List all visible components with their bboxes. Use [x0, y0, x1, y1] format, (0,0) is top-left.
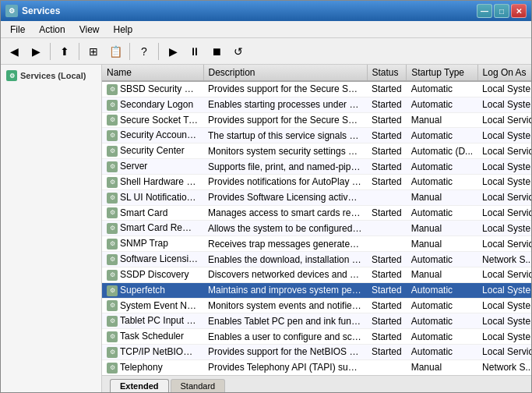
service-icon: ⚙ [107, 300, 118, 311]
toolbar-sep-2 [79, 43, 79, 60]
restart-button[interactable]: ↺ [228, 41, 248, 62]
cell-name: ⚙Security Center [102, 143, 203, 159]
table-row[interactable]: ⚙TelephonyProvides Telephony API (TAPI) … [102, 359, 531, 375]
cell-name: ⚙Server [102, 159, 203, 175]
cell-status: Started [367, 252, 407, 267]
table-row[interactable]: ⚙Secondary LogonEnables starting process… [102, 97, 531, 112]
toolbar-sep-3 [129, 43, 130, 60]
cell-name: ⚙SSDP Discovery [102, 267, 203, 282]
col-header-logon[interactable]: Log On As [477, 65, 531, 81]
cell-desc: Provides notifications for AutoPlay ha..… [203, 174, 367, 189]
cell-status: Started [367, 345, 407, 360]
export-button[interactable]: 📋 [105, 41, 125, 62]
service-icon: ⚙ [107, 146, 118, 157]
cell-status: Started [367, 174, 407, 189]
tab-extended[interactable]: Extended [110, 379, 169, 392]
col-header-name[interactable]: Name [102, 65, 203, 81]
menu-view[interactable]: View [73, 23, 106, 37]
cell-status: Started [367, 298, 407, 313]
cell-startup: Automatic [407, 298, 477, 313]
service-icon: ⚙ [107, 270, 118, 281]
col-header-startup[interactable]: Startup Type [407, 65, 477, 81]
cell-desc: Maintains and improves system perfo... [203, 282, 367, 298]
close-button[interactable]: ✕ [511, 4, 527, 18]
table-row[interactable]: ⚙Smart Card Remo...Allows the system to … [102, 221, 531, 236]
menu-file[interactable]: File [4, 23, 31, 37]
cell-startup: Automatic [407, 128, 477, 143]
cell-logon: Local Service [477, 236, 531, 252]
play-button[interactable]: ▶ [163, 41, 183, 62]
service-icon: ⚙ [107, 363, 118, 374]
show-hide-button[interactable]: ⊞ [83, 41, 104, 62]
cell-desc: Provides Software Licensing activatio... [203, 189, 367, 205]
cell-status: Started [367, 112, 407, 128]
table-row[interactable]: ⚙ServerSupports file, print, and named-p… [102, 159, 531, 175]
help-button[interactable]: ? [134, 41, 154, 62]
back-button[interactable]: ◀ [4, 41, 24, 62]
maximize-button[interactable]: □ [494, 4, 509, 18]
menu-help[interactable]: Help [107, 23, 139, 37]
cell-startup: Automatic [407, 313, 477, 329]
stop-button[interactable]: ⏹ [206, 41, 227, 62]
cell-name: ⚙Smart Card Remo... [102, 221, 203, 236]
cell-status: Started [367, 313, 407, 329]
service-icon: ⚙ [107, 331, 118, 342]
col-header-status[interactable]: Status [367, 65, 407, 81]
cell-status [367, 221, 407, 236]
cell-logon: Local Service [477, 189, 531, 205]
up-button[interactable]: ⬆ [55, 41, 75, 62]
table-row[interactable]: ⚙Software LicensingEnables the download,… [102, 252, 531, 267]
cell-name: ⚙System Event Notif... [102, 298, 203, 313]
cell-desc: Provides support for the NetBIOS ove... [203, 345, 367, 360]
title-bar: ⚙ Services — □ ✕ [1, 1, 531, 21]
table-row[interactable]: ⚙Task SchedulerEnables a user to configu… [102, 329, 531, 345]
service-icon: ⚙ [107, 223, 118, 234]
service-icon: ⚙ [107, 100, 118, 111]
cell-startup: Automatic [407, 329, 477, 345]
cell-startup: Manual [407, 359, 477, 375]
cell-logon: Local Service [477, 112, 531, 128]
toolbar-sep-4 [158, 43, 159, 60]
cell-status: Started [367, 267, 407, 282]
table-row[interactable]: ⚙SSDP DiscoveryDiscovers networked devic… [102, 267, 531, 282]
col-header-desc[interactable]: Description [203, 65, 367, 81]
cell-name: ⚙Superfetch [102, 282, 203, 298]
table-row[interactable]: ⚙Shell Hardware De...Provides notificati… [102, 174, 531, 189]
cell-desc: Provides Telephony API (TAPI) suppor... [203, 359, 367, 375]
table-row[interactable]: ⚙SBSD Security Cen...Provides support fo… [102, 81, 531, 97]
service-icon: ⚙ [107, 316, 118, 327]
service-icon: ⚙ [107, 84, 118, 95]
cell-logon: Local Service [477, 267, 531, 282]
title-bar-left: ⚙ Services [5, 5, 60, 17]
cell-startup: Manual [407, 112, 477, 128]
table-row[interactable]: ⚙SNMP TrapReceives trap messages generat… [102, 236, 531, 252]
cell-logon: Local Syste... [477, 159, 531, 175]
cell-desc: Provides support for the Secure Socke... [203, 81, 367, 97]
cell-startup: Automatic [407, 282, 477, 298]
table-row[interactable]: ⚙System Event Notif...Monitors system ev… [102, 298, 531, 313]
cell-name: ⚙Secure Socket Tun... [102, 112, 203, 128]
table-container[interactable]: Name Description Status Startup Type Log… [102, 65, 531, 375]
sidebar: ⚙ Services (Local) [1, 65, 102, 392]
table-row[interactable]: ⚙TCP/IP NetBIOS H...Provides support for… [102, 345, 531, 360]
forward-button[interactable]: ▶ [26, 41, 46, 62]
minimize-button[interactable]: — [477, 4, 492, 18]
table-row[interactable]: ⚙Security CenterMonitors system security… [102, 143, 531, 159]
table-header-row: Name Description Status Startup Type Log… [102, 65, 531, 81]
table-body: ⚙SBSD Security Cen...Provides support fo… [102, 81, 531, 375]
cell-startup: Automatic [407, 81, 477, 97]
cell-name: ⚙Shell Hardware De... [102, 174, 203, 189]
table-row[interactable]: ⚙SL UI Notification ...Provides Software… [102, 189, 531, 205]
pause-button[interactable]: ⏸ [185, 41, 205, 62]
menu-action[interactable]: Action [33, 23, 71, 37]
table-row[interactable]: ⚙Smart CardManages access to smart cards… [102, 205, 531, 221]
table-row[interactable]: ⚙Secure Socket Tun...Provides support fo… [102, 112, 531, 128]
cell-logon: Local Syste... [477, 282, 531, 298]
tab-standard[interactable]: Standard [171, 379, 226, 392]
table-row[interactable]: ⚙SuperfetchMaintains and improves system… [102, 282, 531, 298]
table-row[interactable]: ⚙Tablet PC Input Se...Enables Tablet PC … [102, 313, 531, 329]
cell-desc: Discovers networked devices and serv... [203, 267, 367, 282]
table-row[interactable]: ⚙Security Accounts...The startup of this… [102, 128, 531, 143]
cell-logon: Local Service [477, 345, 531, 360]
cell-desc: Enables starting processes under alter..… [203, 97, 367, 112]
